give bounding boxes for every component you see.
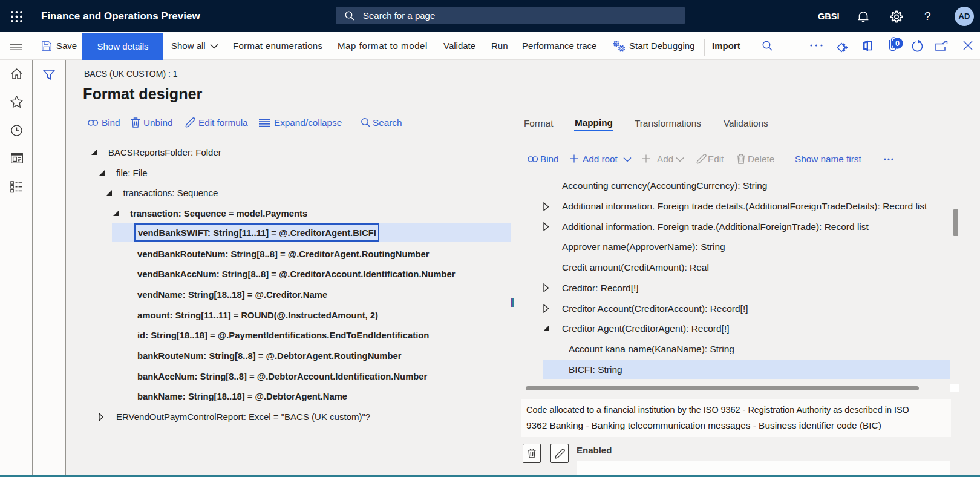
- svg-text:0: 0: [895, 39, 900, 48]
